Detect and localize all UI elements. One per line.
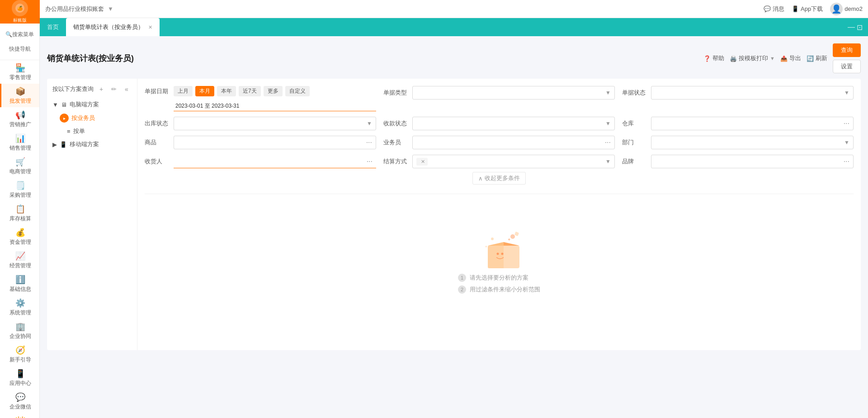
sidebar-search-menu[interactable]: 🔍 搜索菜单	[4, 27, 36, 42]
doc-status-select[interactable]: ▼	[651, 86, 854, 100]
print-template-button[interactable]: 🖨️ 按模板打印 ▼	[730, 54, 775, 62]
doc-type-chevron-icon: ▼	[605, 90, 611, 96]
logo-icon: 🍊	[12, 0, 28, 16]
search-icon: 🔍	[5, 31, 12, 38]
edit-icon: ✏	[111, 86, 117, 93]
sidebar-item-basic[interactable]: ℹ️ 基础信息	[0, 272, 39, 295]
sidebar-item-sales[interactable]: 📊 销售管理	[0, 131, 39, 154]
date-btn-custom[interactable]: 自定义	[285, 86, 310, 96]
sidebar-item-purchase[interactable]: 🗒️ 采购管理	[0, 178, 39, 201]
date-btn-this-year[interactable]: 本年	[217, 86, 236, 96]
refresh-button[interactable]: 🔄 刷新	[807, 54, 827, 62]
sidebar-item-marketing[interactable]: 📢 营销推广	[0, 107, 39, 131]
settlement-clear-icon[interactable]: ✕	[421, 159, 425, 165]
receipt-status-select[interactable]: ▼	[412, 117, 615, 130]
sidebar-item-system[interactable]: ⚙️ 系统管理	[0, 295, 39, 319]
left-panel-title: 按以下方案查询	[52, 85, 94, 93]
filter-receiver: 收货人 ···	[145, 155, 376, 168]
brand-dots-icon: ···	[844, 157, 849, 166]
sidebar-item-inventory[interactable]: 📋 库存核算	[0, 201, 39, 225]
tree-pc-section[interactable]: ▼ 🖥 电脑端方案	[47, 98, 137, 111]
filter-goods: 商品 ···	[145, 136, 376, 149]
home-tab-label: 首页	[47, 23, 59, 31]
out-status-select[interactable]: ▼	[174, 117, 376, 130]
doc-type-select[interactable]: ▼	[412, 86, 615, 100]
page-title: 销货单统计表(按业务员)	[47, 53, 134, 64]
tab-home[interactable]: 首页	[40, 18, 66, 36]
warehouse-label: 仓库	[622, 119, 647, 128]
sidebar-item-app-center[interactable]: 📱 应用中心	[0, 366, 39, 390]
filter-brand: 品牌 ···	[622, 155, 854, 168]
sidebar-shortcut-nav[interactable]: 快捷导航	[4, 42, 36, 56]
tab-sales-stats[interactable]: 销货单统计表（按业务员） ✕	[66, 18, 160, 36]
app-download-button[interactable]: 📱 App下载	[792, 5, 823, 13]
svg-text:🍊: 🍊	[17, 5, 23, 11]
help-icon: ❓	[703, 55, 711, 62]
empty-tips: 1 请先选择要分析的方案 2 用过滤条件来缩小分析范围	[458, 274, 540, 294]
sidebar-item-member[interactable]: 👑 畅会员	[0, 413, 39, 418]
tree-item-by-order[interactable]: ≡ 按单	[47, 125, 137, 138]
date-filter-controls: 上月 本月 本年 近7天 更多 自定义	[174, 86, 376, 96]
date-btn-last-month[interactable]: 上月	[174, 86, 193, 96]
empty-tip-2: 2 用过滤条件来缩小分析范围	[458, 285, 540, 294]
settlement-tag: ✕	[416, 158, 428, 166]
user-profile[interactable]: 👤 demo2	[830, 3, 863, 15]
message-button[interactable]: 💬 消息	[764, 5, 784, 13]
date-range-input[interactable]: 2023-03-01 至 2023-03-31	[174, 101, 376, 111]
date-btn-7days[interactable]: 近7天	[239, 86, 261, 96]
tree-item-salesperson[interactable]: ▸ 按业务员	[47, 111, 137, 125]
svg-point-10	[501, 253, 504, 255]
sidebar-item-operation[interactable]: 📈 经营管理	[0, 248, 39, 272]
pc-folder-icon: 🖥	[61, 101, 67, 108]
add-scheme-button[interactable]: +	[96, 84, 106, 94]
inventory-icon: 📋	[15, 204, 25, 214]
marketing-icon: 📢	[15, 110, 25, 120]
tip-1-number: 1	[458, 274, 466, 282]
goods-select[interactable]: ···	[174, 136, 376, 149]
tree-mobile-section[interactable]: ▶ 📱 移动端方案	[47, 138, 137, 151]
receiver-select[interactable]: ···	[174, 155, 376, 168]
department-select[interactable]: ▼	[651, 136, 854, 149]
sidebar-item-finance[interactable]: 💰 资金管理	[0, 225, 39, 248]
minimize-icon[interactable]: —	[848, 23, 855, 31]
main-area: 办公用品行业模拟账套 ▼ 💬 消息 📱 App下载 👤 demo2 首页	[40, 0, 868, 418]
sidebar-item-ecommerce[interactable]: 🛒 电商管理	[0, 154, 39, 178]
empty-tip-1: 1 请先选择要分析的方案	[458, 274, 540, 282]
sidebar-item-guide[interactable]: 🧭 新手引导	[0, 342, 39, 366]
page-content: 销货单统计表(按业务员) ❓ 帮助 🖨️ 按模板打印 ▼ 📤 导出 🔄 刷	[40, 36, 868, 418]
maximize-icon[interactable]: ⊡	[857, 23, 863, 32]
retail-icon: 🏪	[15, 63, 25, 73]
brand-select[interactable]: ···	[651, 155, 854, 168]
guide-icon: 🧭	[15, 345, 25, 355]
export-button[interactable]: 📤 导出	[780, 54, 801, 62]
tab-close-icon[interactable]: ✕	[148, 24, 152, 30]
sidebar-item-wechat[interactable]: 💬 企业微信	[0, 390, 39, 413]
tree-expand-icon: ▼	[52, 101, 58, 108]
date-btn-more[interactable]: 更多	[264, 86, 283, 96]
filter-settlement: 结算方式 ✕ ▼	[383, 155, 615, 168]
settings-button[interactable]: 设置	[833, 60, 861, 73]
collapse-button[interactable]: ∧ 收起更多条件	[472, 172, 526, 185]
sidebar-item-retail[interactable]: 🏪 零售管理	[0, 60, 39, 84]
settlement-chevron-icon: ▼	[605, 158, 611, 165]
date-btn-this-month[interactable]: 本月	[195, 86, 214, 96]
topbar-dropdown-icon[interactable]: ▼	[108, 5, 113, 12]
collapse-panel-button[interactable]: «	[122, 84, 132, 94]
finance-icon: 💰	[15, 228, 25, 238]
query-button[interactable]: 查询	[833, 43, 861, 57]
help-button[interactable]: ❓ 帮助	[703, 54, 724, 62]
svg-point-9	[497, 253, 499, 255]
filter-out-status: 出库状态 ▼	[145, 117, 376, 130]
warehouse-select[interactable]: ···	[651, 117, 854, 130]
settlement-select[interactable]: ✕ ▼	[412, 155, 615, 168]
edit-scheme-button[interactable]: ✏	[109, 84, 119, 94]
salesperson-select[interactable]: ···	[412, 136, 615, 149]
doc-status-label: 单据状态	[622, 89, 647, 97]
tip-1-text: 请先选择要分析的方案	[470, 274, 528, 282]
warehouse-dots-icon: ···	[844, 119, 849, 128]
salesperson-dots-icon: ···	[605, 138, 611, 147]
sidebar-item-enterprise[interactable]: 🏢 企业协同	[0, 319, 39, 342]
member-icon: 👑	[15, 416, 25, 418]
system-icon: ⚙️	[15, 298, 25, 308]
sidebar-item-wholesale[interactable]: 📦 批发管理	[0, 84, 39, 107]
